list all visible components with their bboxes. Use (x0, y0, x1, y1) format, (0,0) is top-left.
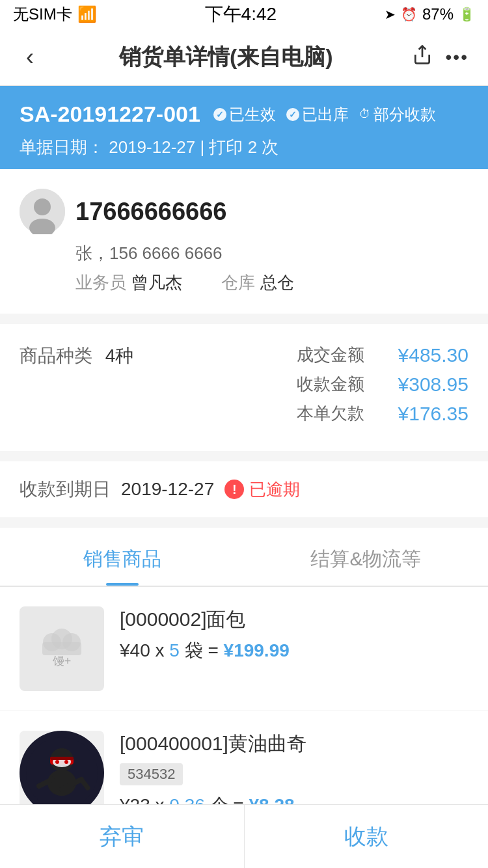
banner-date-row: 单据日期： 2019-12-27 | 打印 2 次 (20, 136, 468, 159)
cancel-review-button[interactable]: 弃审 (0, 805, 245, 868)
tab-settlement[interactable]: 结算&物流等 (244, 528, 488, 586)
overdue-label: 已逾期 (249, 478, 300, 501)
customer-info: 业务员 曾凡杰 仓库 总仓 (75, 271, 468, 294)
tabs-section: 销售商品 结算&物流等 (0, 528, 488, 587)
page-title: 销货单详情(来自电脑) (119, 42, 333, 72)
stats-right: 成交金额 ¥485.30 收款金额 ¥308.95 本单欠款 ¥176.35 (297, 344, 468, 431)
product-image-cookie (20, 731, 104, 815)
tag-partial-payment: ⏱ 部分收款 (359, 104, 436, 125)
effective-check-icon: ✓ (213, 108, 226, 121)
banner-row1: SA-20191227-001 ✓ 已生效 ✓ 已出库 ⏱ 部分收款 (20, 102, 468, 127)
collect-payment-button[interactable]: 收款 (245, 805, 489, 868)
product-total-bread: ¥199.99 (224, 640, 290, 660)
nav-actions: ••• (412, 44, 468, 70)
header-banner: SA-20191227-001 ✓ 已生效 ✓ 已出库 ⏱ 部分收款 单据日期：… (0, 86, 488, 169)
product-qty-bread: 5 (169, 640, 180, 660)
back-button[interactable]: ‹ (20, 37, 40, 77)
due-label: 收款到期日 (20, 477, 111, 502)
svg-point-2 (34, 198, 51, 215)
tabs-row: 销售商品 结算&物流等 (0, 528, 488, 587)
bottom-actions: 弃审 收款 (0, 804, 488, 868)
products-section: 馒+ [0000002]面包 ¥40 x 5 袋 = ¥199.99 (0, 587, 488, 838)
status-time: 下午4:42 (205, 2, 277, 27)
product-image-bread: 馒+ (20, 606, 104, 691)
wifi-icon: 📶 (77, 5, 97, 23)
avatar (20, 189, 65, 234)
carrier-label: 无SIM卡 (13, 4, 72, 25)
received-amount-row: 收款金额 ¥308.95 (297, 373, 468, 396)
order-id: SA-20191227-001 (20, 102, 200, 127)
types-value: 4种 (105, 346, 134, 366)
battery-label: 87% (422, 5, 454, 23)
due-section: 收款到期日 2019-12-27 ! 已逾期 (0, 461, 488, 517)
deal-label: 成交金额 (297, 344, 364, 366)
received-amount: ¥308.95 (377, 373, 468, 396)
shipped-check-icon: ✓ (286, 108, 299, 121)
customer-name: 张，156 6666 6666 (75, 242, 468, 265)
stats-section: 商品种类 4种 成交金额 ¥485.30 收款金额 ¥308.95 本单欠款 ¥… (0, 324, 488, 451)
status-bar: 无SIM卡 📶 下午4:42 ➤ ⏰ 87% 🔋 (0, 0, 488, 29)
salesperson-info: 业务员 曾凡杰 (75, 271, 182, 294)
customer-header: 17666666666 (20, 189, 468, 234)
warehouse-label: 仓库 (221, 271, 255, 294)
alarm-icon: ⏰ (401, 7, 417, 22)
debt-amount-row: 本单欠款 ¥176.35 (297, 402, 468, 425)
product-tag-cookie: 534532 (120, 763, 183, 785)
deal-amount-row: 成交金额 ¥485.30 (297, 344, 468, 366)
salesperson-value: 曾凡杰 (131, 271, 182, 294)
warehouse-info: 仓库 总仓 (221, 271, 294, 294)
debt-label: 本单欠款 (297, 402, 364, 425)
status-left: 无SIM卡 📶 (13, 4, 97, 25)
svg-point-14 (64, 760, 68, 764)
svg-rect-7 (42, 642, 81, 655)
product-types-row: 商品种类 4种 (20, 344, 133, 368)
svg-text:馒+: 馒+ (52, 655, 72, 668)
customer-section: 17666666666 张，156 6666 6666 业务员 曾凡杰 仓库 总… (0, 169, 488, 314)
stats-left: 商品种类 4种 (20, 344, 133, 371)
debt-amount: ¥176.35 (377, 403, 468, 425)
overdue-badge: ! 已逾期 (224, 478, 300, 501)
due-date: 2019-12-27 (121, 479, 214, 500)
banner-tags: ✓ 已生效 ✓ 已出库 ⏱ 部分收款 (213, 104, 436, 125)
product-price-bread: ¥40 x 5 袋 = ¥199.99 (120, 638, 468, 663)
nav-bar: ‹ 销货单详情(来自电脑) ••• (0, 29, 488, 86)
cookie-thumb (20, 731, 104, 815)
share-icon[interactable] (412, 44, 433, 70)
svg-rect-19 (50, 757, 74, 760)
tag-effective: ✓ 已生效 (213, 104, 276, 125)
location-icon: ➤ (385, 7, 396, 22)
received-label: 收款金额 (297, 373, 364, 396)
warehouse-value: 总仓 (260, 271, 294, 294)
product-info-bread: [0000002]面包 ¥40 x 5 袋 = ¥199.99 (120, 606, 468, 663)
tab-sales-products[interactable]: 销售商品 (0, 528, 244, 586)
types-label: 商品种类 (20, 346, 92, 366)
tag-shipped: ✓ 已出库 (286, 104, 349, 125)
svg-point-13 (55, 760, 59, 764)
product-name-bread: [0000002]面包 (120, 606, 468, 633)
status-right: ➤ ⏰ 87% 🔋 (385, 5, 475, 23)
salesperson-label: 业务员 (75, 271, 126, 294)
battery-icon: 🔋 (459, 7, 475, 22)
more-icon[interactable]: ••• (446, 47, 468, 68)
customer-phone: 17666666666 (75, 198, 226, 226)
overdue-icon: ! (224, 480, 244, 499)
clock-icon: ⏱ (359, 107, 371, 121)
deal-amount: ¥485.30 (377, 344, 468, 366)
product-name-cookie: [000400001]黄油曲奇 (120, 731, 468, 757)
product-item: 馒+ [0000002]面包 ¥40 x 5 袋 = ¥199.99 (0, 587, 488, 711)
